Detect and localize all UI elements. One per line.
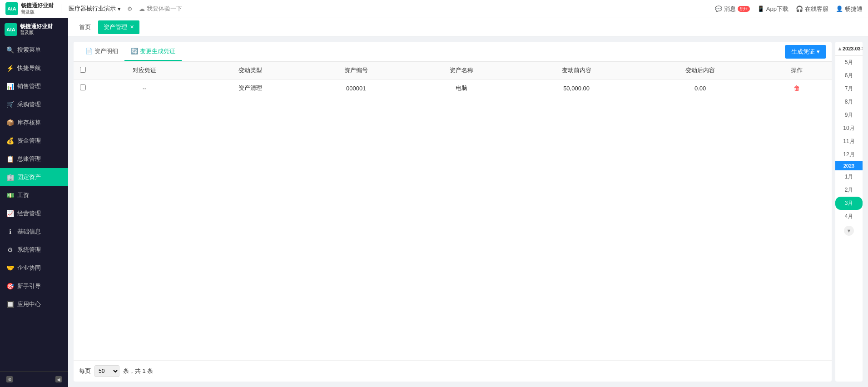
sidebar-item-sales[interactable]: 📊 销售管理 (0, 77, 68, 95)
nav-down-icon[interactable]: ▼ (844, 226, 854, 236)
sidebar-item-apps[interactable]: 🔲 应用中心 (0, 295, 68, 313)
sidebar-item-search[interactable]: 🔍 搜索菜单 (0, 41, 68, 59)
col-checkbox (74, 62, 92, 79)
sidebar-logo-block: AtA 畅捷通好业财 普及版 (0, 18, 68, 41)
month-7[interactable]: 7月 (835, 82, 863, 95)
tab-change-voucher[interactable]: 🔄 变更生成凭证 (124, 43, 182, 61)
row-voucher: -- (92, 79, 198, 97)
month-9[interactable]: 9月 (835, 109, 863, 122)
avatar-icon: 👤 (836, 5, 843, 12)
page-size-select[interactable]: 10 20 50 100 (94, 365, 119, 377)
user-avatar[interactable]: 👤 畅捷通 (836, 5, 863, 13)
app-download-button[interactable]: 📱 App下载 (757, 5, 789, 13)
message-button[interactable]: 💬 消息 99+ (715, 5, 750, 13)
right-panel: ▲ 2023.03 ✕ ⤢ 5月 6月 7月 8月 9月 10月 11月 12月 (835, 42, 863, 382)
experience-button[interactable]: ☁ 我要体验一下 (139, 5, 182, 13)
sidebar-label-apps: 应用中心 (17, 300, 41, 308)
table-row: -- 资产清理 000001 电脑 50,000.00 0.00 🗑 (74, 79, 832, 97)
per-page-label: 每页 (79, 367, 91, 375)
sidebar-item-fixed-assets[interactable]: 🏢 固定资产 (0, 168, 68, 186)
month-1[interactable]: 1月 (835, 170, 863, 184)
sidebar-item-basic-info[interactable]: ℹ 基础信息 (0, 223, 68, 241)
sidebar-label-quick-nav: 快捷导航 (17, 64, 41, 72)
sidebar-logo-icon: AtA (5, 23, 17, 36)
company-name: 医疗器械行业演示 (69, 5, 116, 13)
row-before-change: 50,000.00 (515, 79, 639, 97)
user-name: 畅捷通 (845, 5, 863, 13)
sidebar-item-salary[interactable]: 💵 工资 (0, 186, 68, 204)
fixed-assets-icon: 🏢 (6, 174, 14, 181)
nav-down-area: ▼ (835, 223, 863, 238)
row-asset-name: 电脑 (409, 79, 515, 97)
settings-bottom-icon[interactable]: ⚙ (6, 376, 13, 382)
tab-asset-detail[interactable]: 📄 资产明细 (79, 43, 124, 61)
row-operation: 🗑 (762, 79, 832, 97)
timeline: 5月 6月 7月 8月 9月 10月 11月 12月 2023 1月 2月 3月… (835, 56, 863, 382)
sidebar-item-enterprise[interactable]: 🤝 企业协同 (0, 259, 68, 277)
month-3-current[interactable]: 3月 (835, 197, 863, 210)
month-10[interactable]: 10月 (835, 122, 863, 135)
tab-home-label: 首页 (79, 24, 91, 30)
sidebar-item-purchase[interactable]: 🛒 采购管理 (0, 95, 68, 114)
sidebar-label-enterprise: 企业协同 (17, 264, 41, 272)
month-5[interactable]: 5月 (835, 56, 863, 69)
month-4[interactable]: 4月 (835, 210, 863, 223)
change-voucher-label: 变更生成凭证 (140, 47, 175, 55)
month-11[interactable]: 11月 (835, 135, 863, 148)
sidebar-item-guide[interactable]: 🎯 新手引导 (0, 277, 68, 295)
row-checkbox[interactable] (80, 84, 86, 90)
sidebar-label-system: 系统管理 (17, 246, 41, 254)
quicknav-icon: ⚡ (6, 64, 14, 72)
sidebar-item-ledger[interactable]: 📋 总账管理 (0, 150, 68, 168)
year-2023-label[interactable]: 2023 (835, 161, 863, 170)
col-operation: 操作 (762, 62, 832, 79)
sidebar-scroll: 🔍 搜索菜单 ⚡ 快捷导航 📊 销售管理 🛒 采购管理 📦 库存核算 💰 (0, 41, 68, 371)
row-change-type: 资产清理 (198, 79, 303, 97)
gear-button[interactable]: ⚙ (124, 3, 135, 14)
collapse-sidebar-button[interactable]: ◀ (55, 376, 62, 382)
tab-close-icon[interactable]: ✕ (130, 24, 134, 30)
header-left: AtA 畅捷通好业财 普及版 医疗器械行业演示 ▾ ⚙ ☁ 我要体验一下 (5, 2, 182, 15)
delete-button[interactable]: 🗑 (794, 84, 800, 92)
right-panel-header: ▲ 2023.03 ✕ ⤢ (835, 42, 863, 56)
sidebar-label-purchase: 采购管理 (17, 100, 41, 109)
col-change-type: 变动类型 (198, 62, 303, 79)
header-right: 💬 消息 99+ 📱 App下载 🎧 在线客服 👤 畅捷通 (715, 5, 863, 13)
col-asset-name: 资产名称 (409, 62, 515, 79)
sidebar-item-business[interactable]: 📈 经营管理 (0, 204, 68, 223)
sidebar-item-quick-nav[interactable]: ⚡ 快捷导航 (0, 59, 68, 77)
month-6[interactable]: 6月 (835, 69, 863, 82)
tab-asset-mgmt[interactable]: 资产管理 ✕ (98, 20, 139, 34)
sidebar-item-funds[interactable]: 💰 资金管理 (0, 132, 68, 150)
nav-up-icon[interactable]: ▲ (837, 45, 843, 52)
close-panel-icon[interactable]: ✕ (861, 45, 863, 52)
month-12[interactable]: 12月 (835, 148, 863, 161)
sidebar-item-inventory[interactable]: 📦 库存核算 (0, 114, 68, 132)
month-2[interactable]: 2月 (835, 184, 863, 197)
message-label: 消息 (724, 5, 736, 13)
company-selector[interactable]: 医疗器械行业演示 ▾ (69, 5, 121, 13)
sidebar-label-inventory: 库存核算 (17, 119, 41, 127)
select-all-checkbox[interactable] (80, 67, 86, 73)
col-after-change: 变动后内容 (638, 62, 762, 79)
row-after-change: 0.00 (638, 79, 762, 97)
tab-home[interactable]: 首页 (74, 20, 96, 34)
logo-subtitle: 普及版 (21, 9, 54, 15)
apps-icon: 🔲 (6, 301, 14, 308)
generate-voucher-button[interactable]: 生成凭证 ▾ (785, 45, 826, 59)
sidebar-bottom: ⚙ ◀ (0, 371, 68, 387)
row-asset-code: 000001 (303, 79, 409, 97)
tab-asset-mgmt-label: 资产管理 (104, 23, 127, 31)
asset-table: 对应凭证 变动类型 资产编号 资产名称 变动前内容 变动后内容 操作 (74, 62, 832, 97)
sidebar-item-system[interactable]: ⚙ 系统管理 (0, 241, 68, 259)
generate-label: 生成凭证 (791, 48, 815, 56)
sidebar-logo-sub: 普及版 (20, 30, 53, 36)
message-icon: 💬 (715, 5, 722, 12)
total-label: 条，共 1 条 (123, 367, 153, 375)
guide-icon: 🎯 (6, 283, 14, 290)
month-8[interactable]: 8月 (835, 95, 863, 109)
service-icon: 🎧 (796, 5, 803, 12)
pagination: 每页 10 20 50 100 条，共 1 条 (74, 360, 832, 382)
enterprise-icon: 🤝 (6, 264, 14, 272)
online-service-button[interactable]: 🎧 在线客服 (796, 5, 828, 13)
